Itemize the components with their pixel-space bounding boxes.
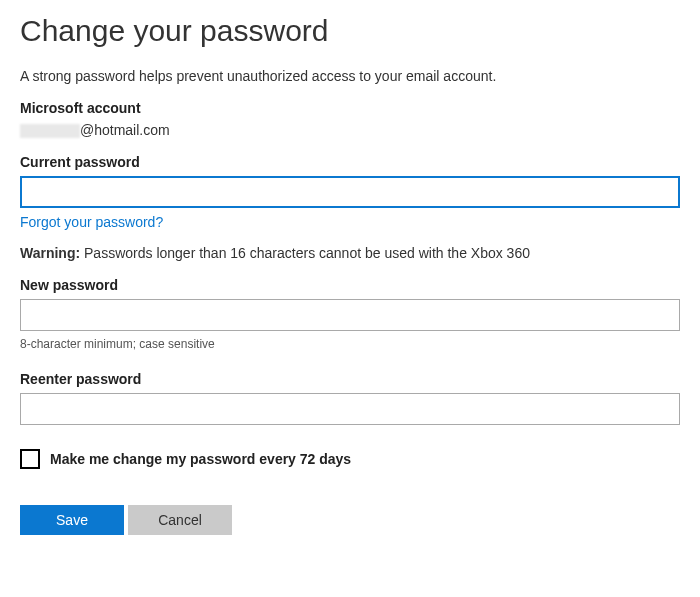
change-every-72-days-checkbox[interactable] [20, 449, 40, 469]
warning-body: Passwords longer than 16 characters cann… [80, 245, 530, 261]
save-button[interactable]: Save [20, 505, 124, 535]
current-password-input[interactable] [20, 176, 680, 208]
new-password-hint: 8-character minimum; case sensitive [20, 337, 682, 351]
forgot-password-link[interactable]: Forgot your password? [20, 214, 163, 230]
account-email-redacted [20, 124, 80, 138]
warning-text: Warning: Passwords longer than 16 charac… [20, 245, 682, 261]
new-password-section: New password 8-character minimum; case s… [20, 277, 682, 351]
description-text: A strong password helps prevent unauthor… [20, 68, 682, 84]
account-section: Microsoft account @hotmail.com [20, 100, 682, 138]
reenter-password-label: Reenter password [20, 371, 682, 387]
current-password-label: Current password [20, 154, 682, 170]
new-password-label: New password [20, 277, 682, 293]
new-password-input[interactable] [20, 299, 680, 331]
account-email: @hotmail.com [20, 122, 682, 138]
button-row: Save Cancel [20, 505, 682, 535]
account-label: Microsoft account [20, 100, 682, 116]
reenter-password-input[interactable] [20, 393, 680, 425]
warning-prefix: Warning: [20, 245, 80, 261]
cancel-button[interactable]: Cancel [128, 505, 232, 535]
reenter-password-section: Reenter password [20, 371, 682, 425]
change-every-72-days-label[interactable]: Make me change my password every 72 days [50, 451, 351, 467]
current-password-section: Current password Forgot your password? [20, 154, 682, 231]
page-title: Change your password [20, 14, 682, 48]
change-every-72-days-row[interactable]: Make me change my password every 72 days [20, 449, 682, 469]
account-email-suffix: @hotmail.com [80, 122, 170, 138]
